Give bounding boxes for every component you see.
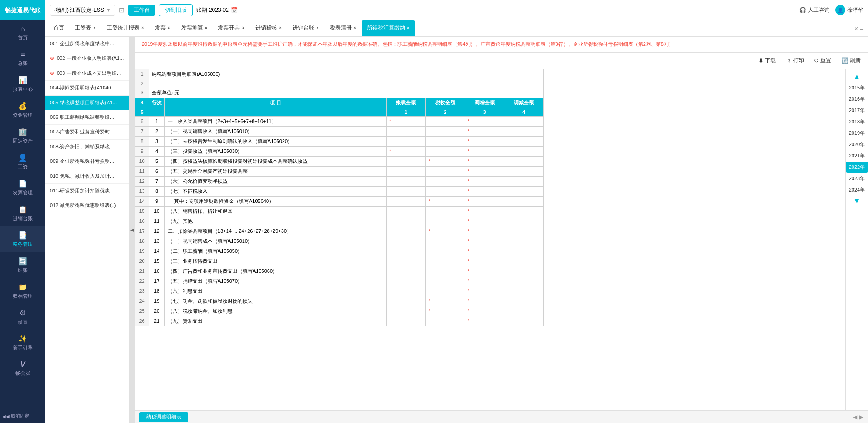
tab-close-invoice[interactable]: × xyxy=(168,25,170,30)
c2-7[interactable] xyxy=(426,126,465,136)
c4-24[interactable] xyxy=(504,296,544,306)
sidebar-item-finance[interactable]: 💰 资金管理 xyxy=(0,97,45,123)
item-13[interactable]: （七）不征税收入 xyxy=(165,186,387,196)
year-up-button[interactable]: ▲ xyxy=(852,71,862,82)
c3-22[interactable]: * xyxy=(465,276,504,286)
c2-17[interactable]: * xyxy=(426,226,465,236)
year-2019[interactable]: 2019年 xyxy=(846,128,868,139)
tab-close-invoice-calc[interactable]: × xyxy=(205,25,208,30)
item-8[interactable]: （二）未按权责发生制原则确认的收入（填写A105020） xyxy=(165,136,387,146)
reset-button[interactable]: ↺ 重置 xyxy=(811,55,834,66)
c2-6[interactable] xyxy=(426,116,465,126)
sidebar-item-tax-mgmt[interactable]: 📑 税务管理 xyxy=(0,226,45,252)
c2-14[interactable]: * xyxy=(426,196,465,206)
item-23[interactable]: （六）利息支出 xyxy=(165,286,387,296)
item-9[interactable]: （三）投资收益（填写A105030） xyxy=(165,146,387,156)
c3-6[interactable]: * xyxy=(465,116,504,126)
item-15[interactable]: （八）销售折扣、折让和退回 xyxy=(165,206,387,216)
table-container[interactable]: 1 纳税调整项目明细表(A105000) 2 3 全额单位 xyxy=(135,69,845,410)
c4-11[interactable] xyxy=(504,166,544,176)
year-2017[interactable]: 2017年 xyxy=(846,105,868,116)
scroll-right-icon[interactable]: ▶ xyxy=(859,414,863,420)
c4-23[interactable] xyxy=(504,286,544,296)
c1-11[interactable] xyxy=(386,166,426,176)
item-22[interactable]: （五）捐赠支出（填写A105070） xyxy=(165,276,387,286)
c1-18[interactable] xyxy=(386,236,426,246)
c1-10[interactable] xyxy=(386,156,426,166)
c3-8[interactable]: * xyxy=(465,136,504,146)
support-btn[interactable]: 🎧 人工咨询 xyxy=(799,6,830,14)
c3-15[interactable]: * xyxy=(465,206,504,216)
item-6[interactable]: 一、收入类调整项目（2+3+4+5+6+7+8+10+11） xyxy=(165,116,387,126)
c1-9[interactable]: * xyxy=(386,146,426,156)
copy-icon[interactable]: ⊡ xyxy=(119,6,124,14)
sidebar-item-member[interactable]: V 畅会员 xyxy=(0,356,45,381)
tab-purchase-ledger[interactable]: 进销台账 × xyxy=(287,20,324,36)
c1-23[interactable] xyxy=(386,286,426,296)
item-14[interactable]: 其中：专项用途财政性资金（填写A105040） xyxy=(165,196,387,206)
tab-payslip[interactable]: 工资表 × xyxy=(69,20,101,36)
item-7[interactable]: （一）视同销售收入（填写A105010） xyxy=(165,126,387,136)
c2-20[interactable] xyxy=(426,256,465,266)
item-16[interactable]: （九）其他 xyxy=(165,216,387,226)
print-button[interactable]: 🖨 打印 xyxy=(783,55,807,66)
c1-8[interactable] xyxy=(386,136,426,146)
c3-16[interactable]: * xyxy=(465,216,504,226)
item-24[interactable]: （七）罚金、罚款和被没收财物的损失 xyxy=(165,296,387,306)
left-item-5[interactable]: 006-职工薪酬纳税调整明细... xyxy=(45,110,129,125)
c3-24[interactable]: * xyxy=(465,296,504,306)
calendar-icon[interactable]: 📅 xyxy=(231,7,238,13)
left-item-7[interactable]: 008-资产折旧、摊销及纳税... xyxy=(45,140,129,154)
tab-invoice-calc[interactable]: 发票测算 × xyxy=(176,20,213,36)
bottom-tab[interactable]: 纳税调整明细表 xyxy=(139,412,188,422)
c2-12[interactable] xyxy=(426,176,465,186)
item-10[interactable]: （四）按权益法核算长期股权投资对初始投资成本调整确认收益 xyxy=(165,156,387,166)
c4-20[interactable] xyxy=(504,256,544,266)
year-down-button[interactable]: ▼ xyxy=(852,196,862,207)
year-2015[interactable]: 2015年 xyxy=(846,82,868,93)
left-item-8[interactable]: 009-企业所得税弥补亏损明... xyxy=(45,154,129,169)
c4-6[interactable] xyxy=(504,116,544,126)
item-12[interactable]: （六）公允价值变动净损益 xyxy=(165,176,387,186)
year-2023[interactable]: 2023年 xyxy=(846,173,868,184)
item-11[interactable]: （五）交易性金融资产初始投资调整 xyxy=(165,166,387,176)
download-button[interactable]: ⬇ 下载 xyxy=(756,55,779,66)
tab-close-invoice-issue[interactable]: × xyxy=(242,25,244,30)
c2-26[interactable] xyxy=(426,316,465,326)
year-2016[interactable]: 2016年 xyxy=(846,93,868,105)
collapse-handle[interactable]: ◀ xyxy=(129,37,135,423)
left-item-6[interactable]: 007-广告费和业务宣传费时... xyxy=(45,125,129,139)
tab-invoice-issue[interactable]: 发票开具 × xyxy=(213,20,250,36)
tab-home[interactable]: 首页 xyxy=(48,20,69,36)
item-20[interactable]: （三）业务招待费支出 xyxy=(165,256,387,266)
year-2024[interactable]: 2024年 xyxy=(846,184,868,196)
c2-24[interactable]: * xyxy=(426,296,465,306)
item-26[interactable]: （九）赞助支出 xyxy=(165,316,387,326)
left-item-11[interactable]: 012-减免所得税优惠明细表(..) xyxy=(45,198,129,213)
c3-21[interactable]: * xyxy=(465,266,504,276)
pin-toggle[interactable]: ◀◀ 取消固定 xyxy=(0,409,45,423)
c2-8[interactable] xyxy=(426,136,465,146)
c1-7[interactable] xyxy=(386,126,426,136)
tab-tax-list[interactable]: 税表清册 × xyxy=(324,20,362,36)
c4-10[interactable] xyxy=(504,156,544,166)
c3-20[interactable]: * xyxy=(465,256,504,266)
c2-19[interactable] xyxy=(426,246,465,256)
item-18[interactable]: （一）视同销售成本（填写A105010） xyxy=(165,236,387,246)
tab-close-payroll-report[interactable]: × xyxy=(141,25,144,30)
c4-19[interactable] xyxy=(504,246,544,256)
item-25[interactable]: （八）税收滞纳金、加收利息 xyxy=(165,306,387,316)
sidebar-item-settings[interactable]: ⚙ 设置 xyxy=(0,304,45,330)
c2-22[interactable] xyxy=(426,276,465,286)
year-2020[interactable]: 2020年 xyxy=(846,139,868,150)
c1-17[interactable] xyxy=(386,226,426,236)
sidebar-item-purchase-sales[interactable]: 📋 进销台账 xyxy=(0,201,45,226)
c4-9[interactable] xyxy=(504,146,544,156)
sidebar-item-invoice-mgmt[interactable]: 📄 发票管理 xyxy=(0,175,45,201)
c2-15[interactable] xyxy=(426,206,465,216)
c1-21[interactable] xyxy=(386,266,426,276)
sidebar-item-guide[interactable]: ✨ 新手引导 xyxy=(0,330,45,356)
c2-23[interactable] xyxy=(426,286,465,296)
c2-11[interactable] xyxy=(426,166,465,176)
year-2021[interactable]: 2021年 xyxy=(846,150,868,162)
